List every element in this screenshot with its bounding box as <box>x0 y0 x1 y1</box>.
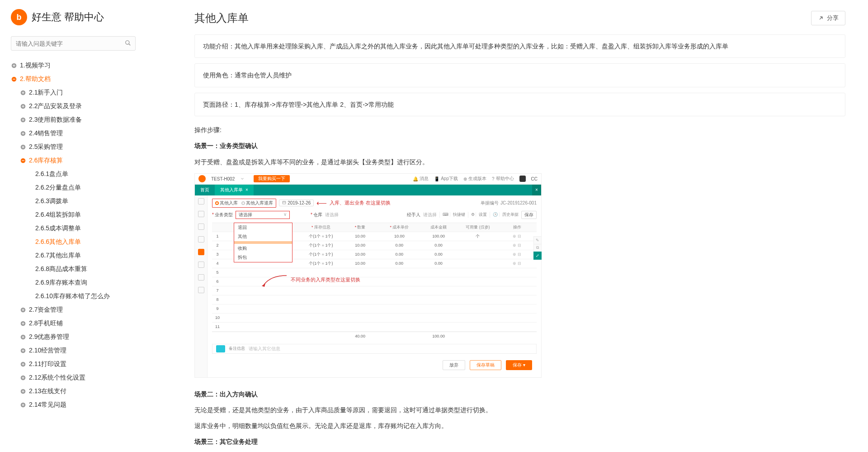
nav-item[interactable]: 2.帮助文档 <box>11 72 136 86</box>
expand-icon[interactable] <box>20 320 26 327</box>
expand-icon[interactable] <box>11 62 17 69</box>
nav-item[interactable]: 2.6.7其他出库单 <box>11 249 136 262</box>
intro-text: 其他入库单用来处理除采购入库、产成品入库之外的其他入库业务，因此其他入库单可处理… <box>235 43 728 50</box>
expand-icon[interactable] <box>20 402 26 408</box>
nav-item-label: 2.6.3调拨单 <box>35 197 68 205</box>
nav-item[interactable]: 2.13在线支付 <box>11 385 136 398</box>
expand-icon[interactable] <box>20 90 26 96</box>
nav-item-label: 2.4销售管理 <box>29 129 63 138</box>
mock-op-label: 经手人 <box>407 212 420 218</box>
mock-tabs: 首页 其他入库单 × × <box>195 185 541 195</box>
collapse-icon[interactable] <box>11 76 17 82</box>
share-icon <box>818 15 824 21</box>
nav-item[interactable]: 2.9优惠券管理 <box>11 330 136 344</box>
nav-item[interactable]: 2.6.10库存账本错了怎么办 <box>11 290 136 303</box>
svg-rect-38 <box>23 363 23 366</box>
nav-item[interactable]: 2.6.1盘点单 <box>11 167 136 181</box>
nav-item[interactable]: 2.6.9库存账本查询 <box>11 276 136 290</box>
mock-type-label: 业务类型 <box>215 212 233 217</box>
scene-2-p1: 无论是受赠，还是其他类型的业务，由于入库商品质量等原因，需要退回，这时可通过单据… <box>194 404 845 416</box>
role-box: 使用角色：通常由仓管人员维护 <box>194 63 845 87</box>
nav-item[interactable]: 2.5采购管理 <box>11 140 136 154</box>
nav-item-label: 2.3使用前数据准备 <box>29 116 82 124</box>
page-title: 其他入库单 <box>194 11 249 25</box>
nav-item-label: 2.6.9库存账本查询 <box>35 279 87 287</box>
share-button[interactable]: 分享 <box>811 11 845 25</box>
svg-rect-26 <box>23 309 23 311</box>
nav-item-label: 2.11打印设置 <box>29 360 66 368</box>
sidebar: b 好生意 帮助中心 1.视频学习2.帮助文档2.1新手入门2.2产品安装及登录… <box>0 0 145 452</box>
nav-item[interactable]: 2.6.6其他入库单 <box>11 235 136 249</box>
nav-item[interactable]: 2.6.4组装拆卸单 <box>11 208 136 222</box>
mock-save-button: 保存 ▾ <box>506 360 532 370</box>
nav-item-label: 2.7资金管理 <box>29 306 63 314</box>
expand-icon[interactable] <box>20 144 26 150</box>
expand-icon[interactable] <box>20 130 26 137</box>
svg-rect-6 <box>13 79 15 79</box>
expand-icon[interactable] <box>20 103 26 109</box>
nav-item-label: 2.9优惠券管理 <box>29 333 69 341</box>
svg-rect-41 <box>23 376 23 379</box>
scene-3-title: 场景三：其它业务处理 <box>194 436 845 447</box>
mock-remark-label: 备注信息 <box>229 346 245 352</box>
nav-item-label: 2.13在线支付 <box>29 387 66 395</box>
expand-icon[interactable] <box>20 117 26 123</box>
nav-item[interactable]: 2.8手机旺铺 <box>11 317 136 330</box>
path-label: 页面路径： <box>203 101 235 108</box>
nav-item-label: 2.12系统个性化设置 <box>29 374 85 382</box>
expand-icon[interactable] <box>20 388 26 395</box>
nav-item[interactable]: 2.7资金管理 <box>11 303 136 317</box>
nav-item[interactable]: 2.11打印设置 <box>11 357 136 371</box>
annotation-1-text: 入库、退出业务 在这里切换 <box>330 200 391 206</box>
mock-cancel-button: 放弃 <box>443 360 465 370</box>
mock-type-dropdown: 退回 其他 收购 拆包 <box>234 223 292 262</box>
scene-1-title: 场景一：业务类型确认 <box>194 140 845 152</box>
expand-icon[interactable] <box>20 334 26 340</box>
nav-item[interactable]: 2.10经营管理 <box>11 344 136 357</box>
nav-tree: 1.视频学习2.帮助文档2.1新手入门2.2产品安装及登录2.3使用前数据准备2… <box>11 59 136 412</box>
role-text: 通常由仓管人员维护 <box>235 71 292 79</box>
mock-trial-button: 我要购买一下 <box>254 175 290 182</box>
collapse-icon[interactable] <box>20 157 26 164</box>
search-icon[interactable] <box>125 40 131 48</box>
mock-tabs-close-icon: × <box>532 185 541 195</box>
nav-item[interactable]: 2.3使用前数据准备 <box>11 113 136 127</box>
nav-item[interactable]: 2.4销售管理 <box>11 127 136 140</box>
table-row: 5 <box>212 268 537 277</box>
nav-item-label: 2.6.5成本调整单 <box>35 224 81 233</box>
nav-item[interactable]: 2.14常见问题 <box>11 398 136 412</box>
svg-rect-23 <box>22 160 24 161</box>
mock-topbar: TEST-H002 我要购买一下 🔔 消息 📱 App下载 ⊕ 生成版本 ? 帮… <box>195 174 541 185</box>
embedded-screenshot: TEST-H002 我要购买一下 🔔 消息 📱 App下载 ⊕ 生成版本 ? 帮… <box>194 173 542 378</box>
nav-item[interactable]: 2.12系统个性化设置 <box>11 371 136 385</box>
expand-icon[interactable] <box>20 307 26 313</box>
steps-label: 操作步骤: <box>194 124 845 136</box>
nav-item[interactable]: 2.6.5成本调整单 <box>11 222 136 235</box>
annotation-2: 不同业务的入库类型在这里切换 <box>262 273 360 287</box>
svg-rect-4 <box>14 64 14 67</box>
mock-sum-row: 40.00 100.00 <box>212 332 537 340</box>
svg-rect-29 <box>23 322 23 325</box>
scene-2-p2: 退库业务中，明细数量均以负值红色展示。无论是入库还是退库，库存账均记在入库方向。 <box>194 420 845 432</box>
search-input[interactable] <box>11 36 136 51</box>
nav-item[interactable]: 2.6库存核算 <box>11 154 136 167</box>
nav-item-label: 2.8手机旺铺 <box>29 319 63 328</box>
nav-item-label: 2.6.4组装拆卸单 <box>35 211 81 219</box>
svg-rect-12 <box>23 105 23 108</box>
nav-item[interactable]: 2.1新手入门 <box>11 86 136 100</box>
nav-item[interactable]: 2.6.2分量盘点单 <box>11 181 136 195</box>
brand: b 好生意 帮助中心 <box>11 9 136 25</box>
mock-form: 其他入库 其他入库退库 2019-12-26 ⟵ 入库、退出业务 在这里切换 单… <box>208 195 541 377</box>
nav-item[interactable]: 1.视频学习 <box>11 59 136 72</box>
expand-icon[interactable] <box>20 347 26 354</box>
expand-icon[interactable] <box>20 361 26 367</box>
svg-rect-44 <box>23 390 23 393</box>
nav-item[interactable]: 2.2产品安装及登录 <box>11 100 136 113</box>
nav-item-label: 2.10经营管理 <box>29 347 66 355</box>
mock-date-input: 2019-12-26 <box>279 200 314 206</box>
expand-icon[interactable] <box>20 375 26 381</box>
nav-item-label: 1.视频学习 <box>20 62 51 70</box>
remark-icon <box>216 345 225 352</box>
nav-item[interactable]: 2.6.3调拨单 <box>11 195 136 208</box>
nav-item[interactable]: 2.6.8商品成本重算 <box>11 262 136 276</box>
